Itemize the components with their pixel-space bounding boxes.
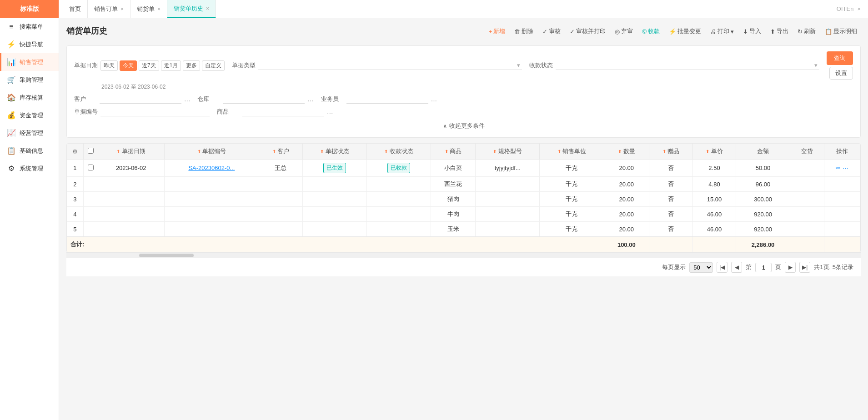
first-page-btn[interactable]: |◀ xyxy=(717,262,728,273)
th-doc-no[interactable]: ⬆ 单据编号 xyxy=(164,144,259,160)
per-page-select[interactable]: 50 100 200 xyxy=(689,262,713,273)
tab-sales-order-close[interactable]: × xyxy=(120,6,124,12)
date-btn-custom[interactable]: 自定义 xyxy=(202,60,225,71)
th-quantity[interactable]: ⬆ 数量 xyxy=(604,144,649,160)
delete-button[interactable]: 🗑 删除 xyxy=(511,25,537,37)
doc-type-dropdown-icon[interactable]: ▾ xyxy=(515,62,522,69)
th-payment-status[interactable]: ⬆ 收款状态 xyxy=(366,144,431,160)
table-container: ⚙ ⬆ 单据日期 ⬆ 单据编号 ⬆ 客户 ⬆ 单据状态 ⬆ 收款状态 ⬆ 商品 … xyxy=(66,143,861,252)
sidebar-item-quick-nav[interactable]: ⚡ 快捷导航 xyxy=(0,35,59,53)
tab-sales-delivery-close[interactable]: × xyxy=(157,6,161,12)
th-date[interactable]: ⬆ 单据日期 xyxy=(98,144,164,160)
cell-customer: 王总 xyxy=(259,160,303,177)
salesperson-input[interactable] xyxy=(346,95,428,104)
cell-unit: 千克 xyxy=(540,207,604,222)
th-goods[interactable]: ⬆ 商品 xyxy=(431,144,476,160)
finance-icon: 💰 xyxy=(7,111,16,120)
sidebar-item-purchase-mgmt[interactable]: 🛒 采购管理 xyxy=(0,71,59,89)
th-gift[interactable]: ⬆ 赠品 xyxy=(649,144,693,160)
salesperson-dots[interactable]: ... xyxy=(431,95,437,103)
sidebar-item-basic-info[interactable]: 📋 基础信息 xyxy=(0,142,59,160)
next-page-btn[interactable]: ▶ xyxy=(785,262,796,273)
sidebar-item-operations[interactable]: 📈 经营管理 xyxy=(0,124,59,142)
doc-no-link[interactable]: SA-20230602-0... xyxy=(188,165,235,171)
cell-unit-price: 46.00 xyxy=(692,207,736,222)
import-button[interactable]: ⬇ 导入 xyxy=(739,25,765,37)
query-button[interactable]: 查询 xyxy=(827,51,853,65)
warehouse-input[interactable] xyxy=(223,95,305,104)
warehouse-filter: 仓库 ... xyxy=(197,95,313,104)
date-btn-7days[interactable]: 近7天 xyxy=(139,60,159,71)
sidebar-item-inventory[interactable]: 🏠 库存核算 xyxy=(0,89,59,106)
print-button[interactable]: 🖨 打印 ▾ xyxy=(707,25,738,37)
batch-change-button[interactable]: ⚡ 批量变更 xyxy=(665,25,705,37)
last-page-btn[interactable]: ▶| xyxy=(799,262,810,273)
sidebar-item-system-mgmt[interactable]: ⚙ 系统管理 xyxy=(0,160,59,177)
topbar-close-btn[interactable]: × xyxy=(857,5,861,12)
table-header-row: ⚙ ⬆ 单据日期 ⬆ 单据编号 ⬆ 客户 ⬆ 单据状态 ⬆ 收款状态 ⬆ 商品 … xyxy=(67,144,860,160)
payment-status-dropdown-icon[interactable]: ▾ xyxy=(813,62,819,69)
row-checkbox[interactable] xyxy=(88,165,94,170)
tab-sales-history-close[interactable]: × xyxy=(206,5,209,12)
date-btn-yesterday[interactable]: 昨天 xyxy=(100,60,118,71)
th-spec[interactable]: ⬆ 规格型号 xyxy=(476,144,540,160)
cell-row-num: 3 xyxy=(67,192,83,207)
cell-quantity: 20.00 xyxy=(604,207,649,222)
customer-dots[interactable]: ... xyxy=(184,95,190,103)
tab-sales-delivery[interactable]: 销货单 × xyxy=(130,0,167,18)
cell-spec xyxy=(476,192,540,207)
scrollbar-thumb[interactable] xyxy=(139,254,194,257)
cell-checkbox xyxy=(83,222,98,237)
abandon-button[interactable]: ◎ 弃审 xyxy=(611,25,637,37)
select-all-checkbox[interactable] xyxy=(88,148,94,154)
cell-payment-status xyxy=(366,192,431,207)
export-button[interactable]: ⬆ 导出 xyxy=(767,25,792,37)
more-btn[interactable]: ⋯ xyxy=(843,165,848,171)
collapse-button[interactable]: ∧ 收起更多条件 xyxy=(74,120,853,132)
warehouse-dots[interactable]: ... xyxy=(307,95,313,103)
edit-btn[interactable]: ✏ xyxy=(836,165,841,171)
date-buttons-group: 昨天 今天 近7天 近1月 更多 自定义 xyxy=(100,60,225,71)
date-btn-more[interactable]: 更多 xyxy=(183,60,200,71)
audit-button[interactable]: ✓ 审核 xyxy=(539,25,564,37)
prev-page-btn[interactable]: ◀ xyxy=(731,262,742,273)
cell-delivery xyxy=(790,177,824,192)
th-unit[interactable]: ⬆ 销售单位 xyxy=(540,144,604,160)
refresh-button[interactable]: ↻ 刷新 xyxy=(794,25,819,37)
collect-icon: © xyxy=(642,28,647,35)
goods-dots[interactable]: ... xyxy=(327,108,333,116)
th-customer[interactable]: ⬆ 客户 xyxy=(259,144,303,160)
sort-doc-no-icon: ⬆ xyxy=(197,149,201,154)
audit-print-button[interactable]: ✓ 审核并打印 xyxy=(566,25,609,37)
date-btn-1month[interactable]: 近1月 xyxy=(161,60,181,71)
cell-doc-no: SA-20230602-0... xyxy=(164,160,259,177)
import-label: 导入 xyxy=(749,27,761,35)
customer-input[interactable] xyxy=(100,95,181,104)
th-doc-status[interactable]: ⬆ 单据状态 xyxy=(302,144,366,160)
sidebar-item-sales-mgmt[interactable]: 📊 销售管理 xyxy=(0,53,59,71)
tab-sales-order[interactable]: 销售订单 × xyxy=(88,0,130,18)
sidebar-item-search-menu[interactable]: ≡ 搜索菜单 xyxy=(0,18,59,35)
collect-button[interactable]: © 收款 xyxy=(638,25,663,37)
th-unit-price[interactable]: ⬆ 单价 xyxy=(692,144,736,160)
sidebar-item-finance[interactable]: 💰 资金管理 xyxy=(0,106,59,124)
doc-no-input[interactable] xyxy=(100,107,210,116)
th-settings[interactable]: ⚙ xyxy=(67,144,83,160)
tab-home-label: 首页 xyxy=(69,5,81,13)
date-btn-today[interactable]: 今天 xyxy=(120,60,137,71)
cell-row-num: 2 xyxy=(67,177,83,192)
page-number-input[interactable] xyxy=(755,263,772,272)
doc-status-badge: 已生效 xyxy=(323,163,346,173)
goods-input[interactable] xyxy=(242,107,324,116)
tab-sales-history[interactable]: 销货单历史 × xyxy=(167,0,216,18)
payment-status-input[interactable] xyxy=(556,61,813,70)
cell-spec xyxy=(476,177,540,192)
th-actions: 操作 xyxy=(824,144,860,160)
horizontal-scrollbar[interactable] xyxy=(66,252,861,258)
doc-type-input[interactable] xyxy=(258,61,515,70)
tab-home[interactable]: 首页 xyxy=(63,0,88,18)
show-detail-button[interactable]: 📋 显示明细 xyxy=(821,25,861,37)
cell-delivery xyxy=(790,222,824,237)
add-button[interactable]: + 新增 xyxy=(485,25,509,37)
settings-button[interactable]: 设置 xyxy=(829,67,853,80)
